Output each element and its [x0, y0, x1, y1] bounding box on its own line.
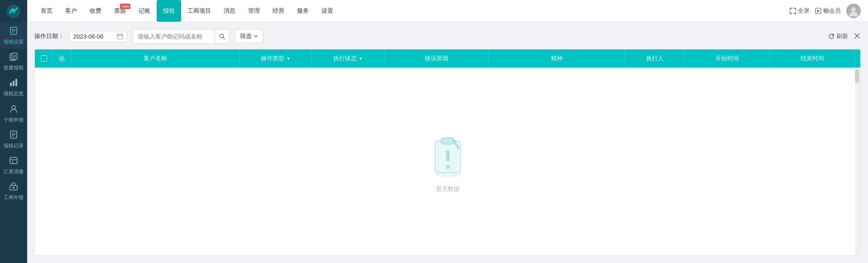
sidebar-item-label: 报税记录	[4, 143, 24, 149]
select-all-checkbox[interactable]	[41, 55, 47, 62]
table-container: 客户名称 操作类型 ▼ 执行状态 ▼ 错误原因 税种 执行人	[34, 49, 861, 256]
gongshang-nianbao-icon	[9, 182, 18, 193]
svg-rect-7	[12, 53, 17, 59]
sidebar-item-label: 报税设置	[4, 39, 24, 45]
table-body: 暂无数据	[35, 68, 860, 255]
sidebar-item-label: 报税总览	[4, 91, 24, 97]
th-client-name: 客户名称	[71, 49, 240, 68]
sidebar-logo	[0, 0, 27, 23]
th-start-time: 开始时间	[685, 49, 770, 68]
date-picker[interactable]	[69, 31, 127, 42]
sidebar-item-huisuan-jiaoshu[interactable]: 汇算清缴	[0, 152, 27, 178]
svg-point-36	[61, 58, 63, 60]
page-content: 操作日期： 筛选	[27, 22, 868, 263]
nav-gongshang[interactable]: 工商项目	[181, 0, 217, 22]
svg-rect-38	[441, 138, 455, 144]
nav-piaoju[interactable]: 票据 new	[108, 0, 132, 22]
svg-point-40	[446, 165, 450, 169]
th-exec-status[interactable]: 执行状态 ▼	[312, 49, 384, 68]
refresh-icon	[828, 33, 834, 39]
new-badge: new	[120, 4, 130, 10]
close-button[interactable]	[854, 32, 861, 41]
nav-right: 全屏 畅会员	[790, 4, 861, 18]
search-button[interactable]	[215, 29, 229, 43]
piliang-baoshui-icon	[9, 52, 18, 63]
date-label: 操作日期：	[34, 32, 64, 40]
sidebar-item-label: 个税申报	[4, 117, 24, 123]
member-btn[interactable]: 畅会员	[815, 7, 841, 15]
sidebar: 报税设置 批量报税 报税总览	[0, 0, 27, 263]
nav-customer[interactable]: 客户	[59, 0, 83, 22]
svg-point-43	[435, 173, 460, 177]
sidebar-item-label: 汇算清缴	[4, 169, 24, 175]
search-icon	[219, 34, 225, 39]
calendar-icon	[117, 33, 123, 39]
svg-line-33	[223, 37, 225, 39]
th-tax-type: 税种	[489, 49, 625, 68]
empty-state: 暂无数据	[425, 130, 470, 193]
baoshui-shezhi-icon	[9, 26, 18, 38]
fullscreen-icon	[790, 8, 796, 14]
nav-jizhang[interactable]: 记账	[132, 0, 157, 22]
th-error-reason: 错误原因	[384, 49, 489, 68]
svg-rect-28	[117, 34, 123, 39]
toolbar: 操作日期： 筛选	[34, 29, 861, 44]
sidebar-item-baoshui-zonglang[interactable]: 报税总览	[0, 74, 27, 100]
sidebar-item-geshui-shenbao[interactable]: 个税申报	[0, 101, 27, 127]
nav-fuwu[interactable]: 服务	[291, 0, 315, 22]
scrollbar-thumb[interactable]	[855, 69, 859, 83]
settings-icon	[58, 55, 65, 62]
svg-rect-19	[10, 157, 17, 164]
nav-shoufei[interactable]: 收费	[83, 0, 108, 22]
nav-shezhi[interactable]: 设置	[315, 0, 340, 22]
nav-jingying[interactable]: 经营	[266, 0, 291, 22]
svg-point-23	[13, 187, 14, 189]
baoshui-jilu-icon	[9, 130, 18, 141]
th-executor: 执行人	[625, 49, 685, 68]
svg-point-1	[12, 10, 15, 13]
table-scrollbar[interactable]	[855, 68, 860, 255]
svg-rect-13	[15, 79, 17, 86]
sidebar-item-gongshang-nianbao[interactable]: 工商年报	[0, 178, 27, 204]
sidebar-item-baoshui-shezhi[interactable]: 报税设置	[0, 23, 27, 49]
sidebar-item-baoshui-jilu[interactable]: 报税记录	[0, 127, 27, 152]
svg-rect-39	[446, 150, 450, 161]
svg-rect-12	[13, 81, 14, 86]
close-icon	[854, 32, 861, 39]
th-end-time: 结束时间	[770, 49, 855, 68]
huisuan-jiaoshu-icon	[9, 156, 18, 167]
svg-rect-11	[10, 83, 12, 86]
geshui-shenbao-icon	[9, 104, 18, 116]
sidebar-item-piliang-baoshui[interactable]: 批量报税	[0, 49, 27, 74]
th-op-type[interactable]: 操作类型 ▼	[240, 49, 312, 68]
chevron-down-icon	[254, 34, 258, 39]
search-input[interactable]	[133, 31, 215, 42]
baoshui-zonglang-icon	[9, 78, 18, 89]
svg-marker-25	[817, 10, 820, 12]
top-nav: 首页 客户 收费 票据 new 记账 报税 工商项目 消息 管理 经营	[27, 0, 868, 22]
fullscreen-btn[interactable]: 全屏	[790, 7, 810, 15]
user-avatar[interactable]	[846, 4, 861, 18]
sidebar-item-label: 批量报税	[4, 65, 24, 71]
sort-icon: ▼	[286, 56, 291, 61]
main-content: 首页 客户 收费 票据 new 记账 报税 工商项目 消息 管理 经营	[27, 0, 868, 263]
th-setting[interactable]	[53, 49, 71, 68]
nav-home[interactable]: 首页	[34, 0, 59, 22]
sidebar-item-label: 工商年报	[4, 195, 24, 200]
refresh-button[interactable]: 刷新	[828, 32, 848, 40]
date-input-field[interactable]	[73, 33, 114, 40]
svg-point-27	[851, 7, 856, 12]
empty-illustration	[425, 130, 470, 180]
nav-xiaoxi[interactable]: 消息	[217, 0, 242, 22]
play-icon	[815, 8, 821, 14]
search-box	[133, 29, 230, 44]
filter-button[interactable]: 筛选	[235, 29, 263, 43]
nav-baoshui[interactable]: 报税	[157, 0, 181, 22]
table-header: 客户名称 操作类型 ▼ 执行状态 ▼ 错误原因 税种 执行人	[35, 49, 860, 68]
svg-point-14	[12, 106, 15, 109]
empty-text: 暂无数据	[436, 185, 460, 193]
nav-guanli[interactable]: 管理	[242, 0, 266, 22]
sort-icon: ▼	[359, 56, 363, 61]
th-checkbox[interactable]	[35, 49, 53, 68]
